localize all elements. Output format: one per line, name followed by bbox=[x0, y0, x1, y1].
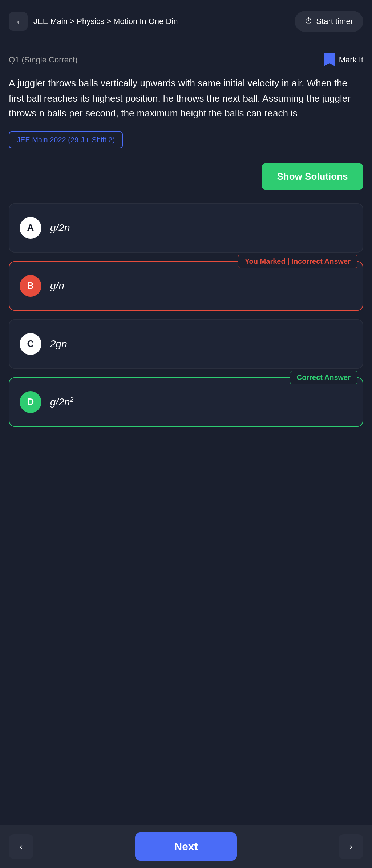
mark-it-button[interactable]: Mark It bbox=[324, 53, 363, 66]
option-wrapper-d: Correct Answer D g/2n2 bbox=[9, 377, 363, 427]
option-c[interactable]: C 2gn bbox=[9, 319, 363, 369]
option-b[interactable]: B g/n bbox=[9, 261, 363, 311]
forward-button[interactable]: › bbox=[339, 834, 363, 859]
option-c-circle: C bbox=[20, 333, 41, 355]
option-wrapper-a: A g/2n bbox=[9, 203, 363, 253]
question-number: Q1 (Single Correct) bbox=[9, 55, 78, 65]
option-d-text: g/2n2 bbox=[50, 396, 74, 408]
option-wrapper-b: You Marked | Incorrect Answer B g/n bbox=[9, 261, 363, 311]
next-button[interactable]: Next bbox=[135, 832, 237, 861]
header: ‹ JEE Main > Physics > Motion In One Din… bbox=[0, 0, 372, 43]
option-b-circle: B bbox=[20, 275, 41, 297]
show-solutions-container: Show Solutions bbox=[0, 157, 372, 203]
option-a-text: g/2n bbox=[50, 222, 70, 234]
option-c-text: 2gn bbox=[50, 338, 67, 350]
prev-button[interactable]: ‹ bbox=[9, 834, 33, 859]
bookmark-icon bbox=[324, 53, 335, 66]
mark-it-label: Mark It bbox=[339, 55, 363, 65]
timer-label: Start timer bbox=[316, 17, 353, 26]
question-tag: JEE Main 2022 (29 Jul Shift 2) bbox=[9, 131, 123, 148]
option-b-text: g/n bbox=[50, 280, 64, 292]
option-d-badge: Correct Answer bbox=[290, 371, 357, 384]
option-d[interactable]: D g/2n2 bbox=[9, 377, 363, 427]
bottom-nav: ‹ Next › bbox=[0, 825, 372, 868]
option-a-circle: A bbox=[20, 217, 41, 239]
back-button[interactable]: ‹ bbox=[9, 12, 28, 31]
header-left: ‹ JEE Main > Physics > Motion In One Din bbox=[9, 12, 178, 31]
question-text: A juggler throws balls vertically upward… bbox=[0, 72, 372, 131]
option-b-badge: You Marked | Incorrect Answer bbox=[238, 255, 357, 268]
option-d-circle: D bbox=[20, 391, 41, 413]
option-a[interactable]: A g/2n bbox=[9, 203, 363, 253]
timer-icon: ⏱ bbox=[305, 17, 313, 26]
prev-icon: ‹ bbox=[20, 841, 23, 852]
option-wrapper-c: C 2gn bbox=[9, 319, 363, 369]
question-meta: Q1 (Single Correct) Mark It bbox=[0, 43, 372, 72]
options-container: A g/2n You Marked | Incorrect Answer B g… bbox=[0, 203, 372, 435]
tag-container: JEE Main 2022 (29 Jul Shift 2) bbox=[0, 131, 372, 157]
next-icon: › bbox=[349, 841, 353, 852]
show-solutions-button[interactable]: Show Solutions bbox=[262, 163, 363, 190]
breadcrumb: JEE Main > Physics > Motion In One Din bbox=[33, 17, 178, 26]
timer-button[interactable]: ⏱ Start timer bbox=[295, 11, 363, 32]
back-icon: ‹ bbox=[17, 17, 20, 26]
